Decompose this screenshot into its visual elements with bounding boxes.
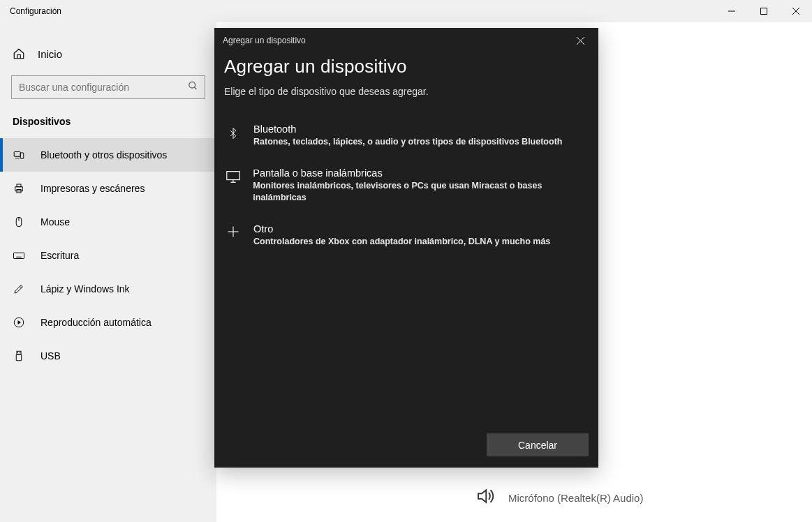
dialog-title: Agregar un dispositivo	[223, 36, 306, 45]
dialog-titlebar: Agregar un dispositivo	[214, 28, 598, 53]
option-desc: Controladores de Xbox con adaptador inal…	[253, 236, 550, 248]
close-button[interactable]	[780, 0, 812, 22]
option-desc: Ratones, teclados, lápices, o audio y ot…	[253, 136, 562, 148]
maximize-icon	[760, 8, 767, 15]
option-bluetooth[interactable]: Bluetooth Ratones, teclados, lápices, o …	[224, 117, 589, 161]
svg-marker-21	[18, 320, 22, 325]
window-title: Configuración	[10, 6, 61, 16]
sidebar: Inicio Dispositivos Bluetooth y otros di…	[0, 22, 216, 522]
svg-rect-9	[15, 187, 23, 191]
sidebar-item-label: Bluetooth y otros dispositivos	[40, 149, 167, 161]
option-wireless-display[interactable]: Pantalla o base inalámbricas Monitores i…	[224, 161, 589, 216]
devices-icon	[13, 149, 25, 161]
dialog-footer: Cancelar	[214, 425, 598, 468]
svg-rect-1	[761, 8, 767, 15]
option-other[interactable]: Otro Controladores de Xbox con adaptador…	[224, 216, 589, 260]
autoplay-icon	[13, 316, 25, 329]
sidebar-item-label: Escritura	[40, 250, 79, 261]
minimize-button[interactable]	[716, 0, 748, 22]
sidebar-item-autoplay[interactable]: Reproducción automática	[0, 306, 216, 339]
sidebar-item-label: Impresoras y escáneres	[40, 183, 145, 194]
dialog-body: Agregar un dispositivo Elige el tipo de …	[214, 53, 598, 425]
svg-rect-6	[14, 152, 20, 157]
svg-rect-23	[16, 355, 22, 361]
svg-rect-10	[17, 184, 21, 187]
pen-icon	[13, 283, 25, 295]
add-device-dialog: Agregar un dispositivo Agregar un dispos…	[214, 28, 598, 468]
search-container	[11, 75, 205, 99]
sidebar-item-usb[interactable]: USB	[0, 339, 216, 373]
option-title: Otro	[253, 223, 550, 234]
device-entry[interactable]: Micrófono (Realtek(R) Audio)	[475, 486, 643, 509]
svg-rect-28	[226, 172, 239, 180]
minimize-icon	[728, 8, 735, 15]
sidebar-item-typing[interactable]: Escritura	[0, 239, 216, 272]
sidebar-section-label: Dispositivos	[0, 112, 216, 138]
usb-icon	[13, 350, 25, 362]
monitor-icon	[224, 167, 242, 184]
search-icon	[188, 81, 198, 94]
dialog-close-button[interactable]	[570, 31, 590, 50]
plus-icon	[224, 223, 242, 239]
sidebar-item-label: Mouse	[40, 216, 70, 228]
window-controls	[716, 0, 812, 22]
sidebar-item-label: Reproducción automática	[40, 317, 152, 328]
svg-rect-7	[20, 153, 24, 158]
sidebar-item-label: USB	[40, 350, 61, 361]
svg-rect-14	[14, 253, 24, 258]
svg-rect-22	[17, 351, 21, 355]
printer-icon	[13, 182, 25, 195]
close-icon	[792, 8, 799, 15]
cancel-button[interactable]: Cancelar	[487, 433, 589, 456]
keyboard-icon	[13, 249, 25, 262]
home-label: Inicio	[38, 48, 62, 60]
option-title: Bluetooth	[253, 124, 562, 135]
sidebar-item-printers[interactable]: Impresoras y escáneres	[0, 172, 216, 205]
sidebar-item-label: Lápiz y Windows Ink	[40, 283, 130, 294]
option-desc: Monitores inalámbricos, televisores o PC…	[253, 180, 589, 204]
bluetooth-icon	[224, 124, 242, 142]
maximize-button[interactable]	[748, 0, 780, 22]
home-link[interactable]: Inicio	[0, 42, 216, 66]
search-input[interactable]	[11, 75, 205, 99]
option-title: Pantalla o base inalámbricas	[253, 167, 589, 179]
dialog-heading: Agregar un dispositivo	[224, 56, 589, 77]
sidebar-item-pen[interactable]: Lápiz y Windows Ink	[0, 272, 216, 306]
microphone-icon	[475, 486, 496, 509]
svg-line-5	[194, 87, 196, 89]
close-icon	[577, 37, 584, 45]
device-label: Micrófono (Realtek(R) Audio)	[508, 492, 643, 504]
dialog-subheading: Elige el tipo de dispositivo que deseas …	[224, 86, 589, 97]
sidebar-item-bluetooth[interactable]: Bluetooth y otros dispositivos	[0, 138, 216, 172]
home-icon	[13, 47, 25, 60]
mouse-icon	[13, 216, 25, 228]
svg-point-4	[189, 82, 195, 88]
sidebar-item-mouse[interactable]: Mouse	[0, 205, 216, 239]
window-titlebar: Configuración	[0, 0, 812, 22]
